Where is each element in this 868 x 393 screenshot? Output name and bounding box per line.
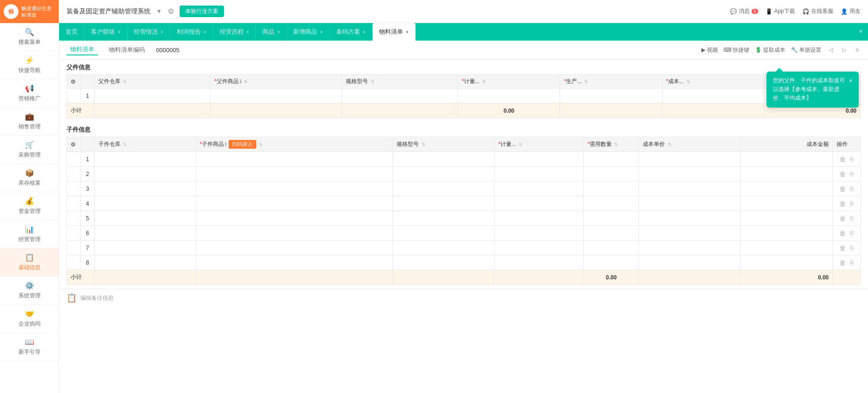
copy-icon-5[interactable]: ⎘: [849, 215, 855, 222]
sidebar-item-finance[interactable]: 💰 资金管理: [0, 192, 59, 220]
tab-corner-close[interactable]: ×: [853, 23, 868, 39]
shortcut-btn[interactable]: ⌨ 快捷键: [723, 46, 749, 54]
user-menu[interactable]: 👤 用友: [841, 7, 861, 15]
video-btn[interactable]: ▶ 视频: [701, 46, 718, 54]
parent-row1-unit[interactable]: [458, 89, 560, 103]
tab-barcode[interactable]: 条码方案×: [330, 23, 373, 41]
tab-newgoods[interactable]: 新增商品×: [287, 23, 330, 41]
sidebar-item-sales[interactable]: 💼 销售管理: [0, 108, 59, 136]
sidebar-logo[interactable]: 畅 畅捷通好生意 标准版: [0, 0, 59, 23]
online-service-button[interactable]: 🎧 在线客服: [802, 7, 833, 15]
child-row5-product[interactable]: [196, 211, 393, 226]
tab-operation[interactable]: 经营情况×: [127, 23, 170, 41]
tab-close-bom[interactable]: ×: [406, 30, 409, 35]
child-row3-unit-cost[interactable]: [639, 181, 741, 196]
menu-icon[interactable]: ≡: [854, 46, 861, 54]
child-row5-unit-cost[interactable]: [639, 211, 741, 226]
parent-row1-warehouse[interactable]: [95, 89, 211, 103]
child-row5-qty[interactable]: [584, 211, 639, 226]
child-row6-unit[interactable]: [494, 226, 584, 241]
delete-icon-5[interactable]: 🗑: [838, 215, 847, 222]
message-button[interactable]: 💬 消息 6: [730, 7, 758, 15]
sidebar-item-guide[interactable]: 📖 新手引导: [0, 333, 59, 361]
child-row7-warehouse[interactable]: [95, 241, 196, 255]
settings-icon[interactable]: ⚙: [168, 7, 174, 16]
child-row5-unit[interactable]: [494, 211, 584, 226]
child-row7-unit-cost[interactable]: [639, 241, 741, 255]
parent-row1-cost[interactable]: [662, 89, 764, 103]
child-th-settings[interactable]: ⚙: [67, 137, 81, 152]
tab-close-newgoods[interactable]: ×: [320, 30, 323, 35]
tab-home[interactable]: 首页: [59, 23, 84, 41]
note-icon[interactable]: 📋: [66, 293, 77, 303]
child-row8-warehouse[interactable]: [95, 255, 196, 270]
child-row3-spec[interactable]: [393, 181, 494, 196]
delete-icon-8[interactable]: 🗑: [838, 259, 847, 266]
child-row8-unit[interactable]: [494, 255, 584, 270]
tab-close-operation[interactable]: ×: [161, 30, 163, 35]
parent-row1-spec[interactable]: [342, 89, 458, 103]
tab-bom[interactable]: 物料清单×: [373, 23, 416, 41]
delete-icon-1[interactable]: 🗑: [838, 156, 847, 163]
delete-icon-4[interactable]: 🗑: [838, 200, 847, 207]
child-row2-spec[interactable]: [393, 167, 494, 181]
tab-close-profit[interactable]: ×: [204, 30, 206, 35]
copy-icon-4[interactable]: ⎘: [849, 200, 855, 207]
child-row3-warehouse[interactable]: [95, 181, 196, 196]
delete-icon-3[interactable]: 🗑: [838, 185, 847, 193]
child-row8-spec[interactable]: [393, 255, 494, 270]
child-row2-unit[interactable]: [494, 167, 584, 181]
tab-goods[interactable]: 商品×: [256, 23, 287, 41]
sidebar-item-cooperation[interactable]: 🤝 企业协同: [0, 305, 59, 333]
child-row1-product[interactable]: [196, 152, 393, 167]
extract-cost-btn[interactable]: 💲 提取成本: [755, 46, 785, 54]
parent-row1-product[interactable]: [211, 89, 342, 103]
child-row2-qty[interactable]: [584, 167, 639, 181]
child-row4-unit[interactable]: [494, 196, 584, 211]
child-row8-product[interactable]: [196, 255, 393, 270]
child-row5-spec[interactable]: [393, 211, 494, 226]
child-row1-spec[interactable]: [393, 152, 494, 167]
child-row6-unit-cost[interactable]: [639, 226, 741, 241]
child-row1-qty[interactable]: [584, 152, 639, 167]
child-row1-unit[interactable]: [494, 152, 584, 167]
app-download-button[interactable]: 📱 App下载: [766, 7, 795, 15]
copy-icon-1[interactable]: ⎘: [849, 156, 855, 163]
child-row8-qty[interactable]: [584, 255, 639, 270]
copy-icon-2[interactable]: ⎘: [849, 170, 855, 178]
parent-th-settings[interactable]: ⚙: [67, 75, 81, 89]
sidebar-item-operation[interactable]: 📊 经营管理: [0, 220, 59, 248]
tab-close-goods[interactable]: ×: [277, 30, 280, 35]
copy-icon-3[interactable]: ⎘: [849, 185, 855, 193]
child-row3-unit[interactable]: [494, 181, 584, 196]
copy-icon-8[interactable]: ⎘: [849, 259, 855, 266]
tab-close-barcode[interactable]: ×: [363, 30, 366, 35]
scan-input-btn[interactable]: 扫码录入: [229, 140, 256, 149]
child-row8-unit-cost[interactable]: [639, 255, 741, 270]
trial-button[interactable]: 体验行业方案: [180, 6, 224, 17]
tab-close-history[interactable]: ×: [247, 30, 249, 35]
child-row4-warehouse[interactable]: [95, 196, 196, 211]
tab-history[interactable]: 经营历程×: [213, 23, 256, 41]
child-row6-product[interactable]: [196, 226, 393, 241]
child-row7-product[interactable]: [196, 241, 393, 255]
tab-profit[interactable]: 利润报告×: [170, 23, 213, 41]
child-row2-product[interactable]: [196, 167, 393, 181]
sidebar-item-inventory[interactable]: 📦 库存核算: [0, 164, 59, 192]
child-row4-qty[interactable]: [584, 196, 639, 211]
child-row7-unit[interactable]: [494, 241, 584, 255]
child-row4-spec[interactable]: [393, 196, 494, 211]
sidebar-item-quicknav[interactable]: ⚡ 快捷导航: [0, 51, 59, 79]
tab-close-customer[interactable]: ×: [118, 30, 121, 35]
delete-icon-6[interactable]: 🗑: [838, 230, 847, 237]
sidebar-item-marketing[interactable]: 📢 营销推广: [0, 79, 59, 108]
child-row3-qty[interactable]: [584, 181, 639, 196]
sidebar-item-system[interactable]: ⚙️ 系统管理: [0, 277, 59, 305]
dropdown-icon[interactable]: ▼: [156, 8, 162, 15]
child-row6-warehouse[interactable]: [95, 226, 196, 241]
prev-arrow[interactable]: ◁: [827, 46, 835, 54]
delete-icon-7[interactable]: 🗑: [838, 244, 847, 252]
child-row4-product[interactable]: [196, 196, 393, 211]
tooltip-close-btn[interactable]: ×: [849, 76, 852, 86]
child-row7-spec[interactable]: [393, 241, 494, 255]
